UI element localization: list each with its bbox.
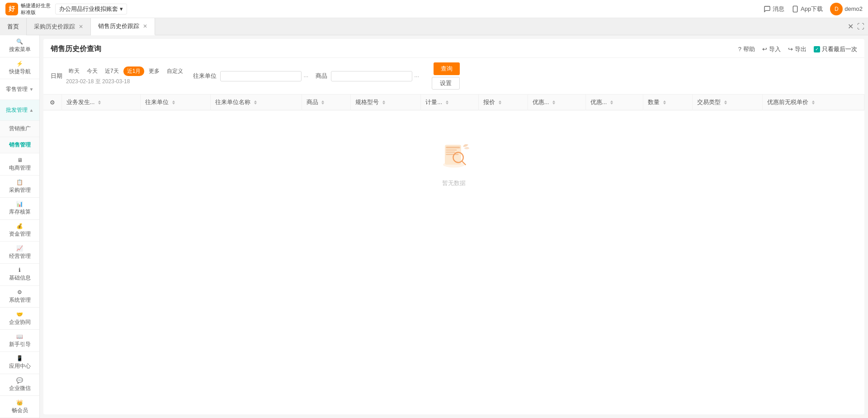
sidebar-item-system-mgmt[interactable]: ⚙ 系统管理 — [0, 286, 39, 308]
th-spec[interactable]: 规格型号 — [351, 95, 421, 110]
help-button[interactable]: ? 帮助 — [738, 45, 755, 53]
sort-down — [172, 103, 175, 104]
partner-dots-button[interactable]: ··· — [303, 73, 308, 80]
th-product[interactable]: 商品 — [302, 95, 351, 110]
purchase-icon: 📋 — [16, 179, 23, 185]
sidebar-item-purchase-mgmt[interactable]: 📋 采购管理 — [0, 176, 39, 198]
sidebar-item-search-menu[interactable]: 🔍 搜索菜单 — [0, 35, 39, 57]
message-icon — [764, 5, 771, 13]
page-header: 销售历史价查询 ? 帮助 ↩ 导入 ↪ 导出 ✓ — [43, 39, 864, 58]
date-btn-today[interactable]: 今天 — [84, 66, 100, 76]
tab-sales-history[interactable]: 销售历史价跟踪 ✕ — [91, 18, 155, 35]
th-biz-date[interactable]: 业务发生... — [61, 95, 140, 110]
tab-purchase-history[interactable]: 采购历史价跟踪 ✕ — [27, 18, 91, 35]
partner-input[interactable] — [220, 71, 302, 81]
date-btn-yesterday[interactable]: 昨天 — [66, 66, 82, 76]
sort-down — [499, 103, 501, 104]
sidebar-item-app-center[interactable]: 📱 应用中心 — [0, 352, 39, 374]
app-download-button[interactable]: App下载 — [792, 5, 823, 13]
sidebar-item-marketing[interactable]: 营销推广 — [0, 121, 39, 137]
sidebar-item-inventory[interactable]: 📊 库存核算 — [0, 198, 39, 220]
sort-up — [446, 100, 448, 102]
th-discount1[interactable]: 优惠... — [528, 95, 585, 110]
sort-down — [724, 103, 727, 104]
company-selector[interactable]: 办公用品行业模拟账套 ▾ — [55, 4, 127, 14]
empty-state: 暂无数据 — [43, 110, 864, 214]
partner-filter-group: 往来单位 ··· — [193, 71, 308, 81]
table-settings-icon: ⚙ — [50, 99, 55, 106]
th-settings[interactable]: ⚙ — [43, 95, 61, 110]
sidebar-item-retail-mgmt[interactable]: 零售管理 ▼ — [0, 79, 39, 100]
close-all-tabs-icon[interactable]: ✕ — [848, 22, 854, 31]
sort-up — [552, 100, 555, 102]
product-input[interactable] — [331, 71, 412, 81]
th-partner-code[interactable]: 往来单位 — [140, 95, 210, 110]
th-quantity[interactable]: 数量 — [643, 95, 693, 110]
search-button[interactable]: 查询 — [434, 62, 460, 75]
tab-home[interactable]: 首页 — [0, 18, 27, 35]
th-pre-tax-price[interactable]: 优惠前无税单价 — [763, 95, 864, 110]
message-button[interactable]: 消息 — [764, 5, 784, 13]
table-area: ⚙ 业务发生... 往来单位 — [43, 95, 864, 414]
top-header: 好 畅捷通好生意 标准版 办公用品行业模拟账套 ▾ 消息 App下载 D dem… — [0, 0, 868, 18]
export-icon: ↪ — [788, 46, 793, 52]
sidebar-item-basic-info[interactable]: ℹ 基础信息 — [0, 264, 39, 286]
sidebar-item-quick-nav[interactable]: ⚡ 快捷导航 — [0, 57, 39, 80]
only-last-checkbox[interactable]: ✓ 只看最后一次 — [814, 45, 857, 53]
tab-close-purchase[interactable]: ✕ — [79, 24, 83, 30]
sidebar-item-operations-mgmt[interactable]: 📈 经营管理 — [0, 242, 39, 264]
header-right: 消息 App下载 D demo2 — [764, 3, 863, 15]
svg-rect-5 — [446, 149, 457, 150]
help-icon: ? — [738, 46, 741, 52]
product-dots-button[interactable]: ··· — [414, 73, 419, 80]
sidebar-item-enterprise-wechat[interactable]: 💬 企业微信 — [0, 374, 39, 396]
fullscreen-icon[interactable]: ⛶ — [857, 23, 864, 31]
th-discount2[interactable]: 优惠... — [585, 95, 643, 110]
sort-arrows-product — [321, 100, 324, 104]
sidebar: 🔍 搜索菜单 ⚡ 快捷导航 零售管理 ▼ 批发管理 ▲ 营销推广 销售管理 🖥 … — [0, 35, 40, 418]
avatar: D — [830, 3, 843, 15]
export-button[interactable]: ↪ 导出 — [788, 45, 807, 53]
sidebar-item-enterprise-collab[interactable]: 🤝 企业协同 — [0, 308, 39, 330]
date-btn-custom[interactable]: 自定义 — [164, 66, 186, 76]
sort-up — [499, 100, 501, 102]
sidebar-item-new-guide[interactable]: 📖 新手引导 — [0, 330, 39, 352]
settings-button[interactable]: 设置 — [432, 77, 460, 90]
sort-down — [610, 103, 613, 104]
sort-up — [172, 100, 175, 102]
quick-nav-icon: ⚡ — [16, 61, 23, 67]
product-label: 商品 — [316, 72, 327, 80]
collab-icon: 🤝 — [16, 311, 23, 318]
sidebar-item-sales-mgmt[interactable]: 销售管理 — [0, 137, 39, 153]
sidebar-item-wholesale-mgmt[interactable]: 批发管理 ▲ — [0, 100, 39, 121]
page-header-actions: ? 帮助 ↩ 导入 ↪ 导出 ✓ 只看最后一次 — [738, 45, 857, 53]
th-quoted-price[interactable]: 报价 — [479, 95, 528, 110]
sidebar-item-member[interactable]: 👑 畅会员 — [0, 396, 39, 418]
sort-up — [724, 100, 727, 102]
th-partner-name[interactable]: 往来单位名称 — [211, 95, 302, 110]
sort-arrows-spec — [382, 100, 385, 104]
sidebar-item-ecommerce-mgmt[interactable]: 🖥 电商管理 — [0, 153, 39, 176]
member-icon: 👑 — [16, 399, 23, 406]
user-menu[interactable]: D demo2 — [830, 3, 863, 15]
tab-close-sales[interactable]: ✕ — [143, 23, 147, 29]
date-btn-7days[interactable]: 近7天 — [102, 66, 122, 76]
data-table: ⚙ 业务发生... 往来单位 — [43, 95, 864, 110]
inventory-icon: 📊 — [16, 201, 23, 207]
date-label: 日期 — [51, 72, 62, 80]
import-button[interactable]: ↩ 导入 — [762, 45, 781, 53]
sidebar-item-finance-mgmt[interactable]: 💰 资金管理 — [0, 220, 39, 242]
date-btn-1month[interactable]: 近1月 — [123, 66, 145, 76]
th-trade-type[interactable]: 交易类型 — [693, 95, 763, 110]
partner-input-group: ··· — [220, 71, 308, 81]
operations-icon: 📈 — [16, 245, 23, 252]
product-input-group: ··· — [331, 71, 419, 81]
checkbox-icon: ✓ — [814, 46, 820, 52]
sort-arrows-quoted — [499, 100, 501, 104]
date-btn-more[interactable]: 更多 — [146, 66, 162, 76]
th-unit[interactable]: 计量... — [421, 95, 479, 110]
partner-label: 往来单位 — [193, 72, 217, 80]
sort-arrows-trade-type — [724, 100, 727, 104]
ecommerce-icon: 🖥 — [17, 157, 23, 163]
date-range-text: 2023-02-18 至 2023-03-18 — [66, 78, 186, 86]
